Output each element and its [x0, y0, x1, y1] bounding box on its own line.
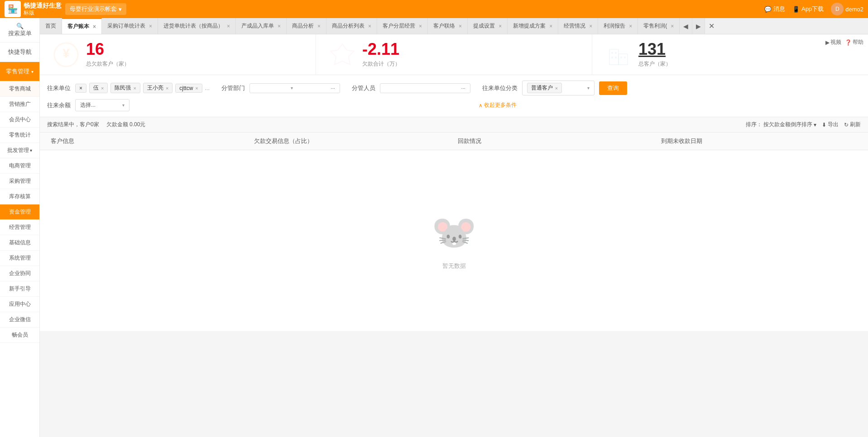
- collapse-btn[interactable]: ∧ 收起更多条件: [475, 100, 520, 111]
- app-download-item[interactable]: 📱 App下载: [792, 5, 824, 13]
- svg-marker-2: [331, 44, 354, 65]
- table-header: 客户信息 欠款交易信息（占比） 回款情况 到期未收款日期: [40, 133, 868, 150]
- tab-add-plan[interactable]: 新增提成方案 ×: [508, 18, 558, 34]
- export-label: 导出: [828, 121, 839, 128]
- tab-home[interactable]: 首页: [40, 18, 62, 34]
- sidebar-item-retail-stats[interactable]: 零售统计: [0, 128, 39, 143]
- tab-customer-segment[interactable]: 客户分层经营 ×: [377, 18, 428, 34]
- person-select[interactable]: ···: [380, 83, 470, 93]
- tab-next-btn[interactable]: ▶: [692, 18, 705, 34]
- tab-profit-report[interactable]: 利润报告 ×: [598, 18, 638, 34]
- close-icon[interactable]: ×: [419, 23, 422, 29]
- tab-retail-profit[interactable]: 零售利润( ×: [638, 18, 680, 34]
- tab-stock-stats[interactable]: 进货单统计表（按商品） ×: [158, 18, 236, 34]
- tab-cost-receipt[interactable]: 产成品入库单 ×: [236, 18, 287, 34]
- remove-icon[interactable]: ×: [195, 86, 198, 91]
- company-tag-wu[interactable]: 伍 ×: [89, 83, 108, 93]
- sidebar-item-finance[interactable]: 资金管理: [0, 204, 39, 220]
- company-tag-cjttcw[interactable]: cjttcw ×: [175, 84, 202, 93]
- tab-customer-contact[interactable]: 客户联络 ×: [428, 18, 468, 34]
- message-icon: 💬: [764, 6, 772, 13]
- dept-more-icon: ···: [331, 86, 335, 91]
- tab-label: 客户联络: [433, 22, 455, 30]
- close-icon[interactable]: ×: [629, 23, 632, 29]
- stat-label-total-customers: 总客户（家）: [638, 60, 854, 68]
- close-icon[interactable]: ×: [93, 24, 96, 30]
- refresh-icon: ↻: [844, 122, 849, 128]
- balance-placeholder: 选择...: [80, 101, 96, 109]
- more-tags-btn[interactable]: ...: [205, 85, 210, 91]
- tab-prev-btn[interactable]: ◀: [680, 18, 692, 34]
- remove-icon[interactable]: ×: [133, 86, 136, 91]
- remove-icon[interactable]: ×: [101, 86, 104, 91]
- balance-label: 往来余额: [47, 101, 71, 109]
- sidebar-item-inventory[interactable]: 库存核算: [0, 189, 39, 204]
- col-due-date: 到期未收款日期: [657, 137, 861, 145]
- category-tag-normal[interactable]: 普通客户 ×: [527, 83, 562, 93]
- sidebar-item-member[interactable]: 会员中心: [0, 112, 39, 128]
- balance-select[interactable]: 选择... ▾: [75, 99, 129, 111]
- sidebar-search[interactable]: 🔍 搜索菜单: [0, 18, 39, 43]
- sidebar-item-vip[interactable]: 畅会员: [0, 328, 39, 343]
- sidebar-item-ecommerce[interactable]: 电商管理: [0, 158, 39, 174]
- collapse-arrow-icon: ∧: [479, 102, 483, 109]
- tab-customer-account[interactable]: 客户账本 ×: [62, 18, 102, 34]
- svg-rect-7: [611, 57, 613, 58]
- dept-select[interactable]: ▾ ···: [249, 83, 340, 93]
- close-icon[interactable]: ×: [499, 23, 502, 29]
- sidebar-item-app-center[interactable]: 应用中心: [0, 297, 39, 312]
- sidebar-item-basic-info[interactable]: 基础信息: [0, 235, 39, 251]
- category-select[interactable]: 普通客户 × ▾: [522, 81, 595, 95]
- stat-label-debt-customers: 总欠款客户（家）: [86, 60, 302, 68]
- help-btn[interactable]: ❓ 帮助: [845, 38, 863, 46]
- tab-goods-analysis[interactable]: 商品分析 ×: [287, 18, 326, 34]
- video-btn[interactable]: ▶ 视频: [825, 38, 841, 46]
- stat-info-debt-customers: 16 总欠款客户（家）: [86, 41, 302, 68]
- close-icon[interactable]: ×: [227, 23, 230, 29]
- company-tag-wang[interactable]: 王小亮 ×: [143, 83, 173, 93]
- company-tag-chen[interactable]: 陈民强 ×: [110, 83, 140, 93]
- sidebar-item-operations[interactable]: 经营管理: [0, 220, 39, 235]
- sidebar-item-retail-mall[interactable]: 零售商城: [0, 81, 39, 97]
- sidebar-item-guide[interactable]: 新手引导: [0, 281, 39, 297]
- sidebar-item-batch-mgmt[interactable]: 批发管理 ▾: [0, 143, 39, 158]
- close-icon[interactable]: ×: [317, 23, 321, 29]
- close-icon[interactable]: ×: [549, 23, 552, 29]
- company-tag-all[interactable]: ×: [75, 84, 86, 93]
- store-arrow-icon: ▾: [119, 6, 122, 13]
- tab-label: 客户分层经营: [383, 22, 415, 30]
- user-item[interactable]: D demo2: [831, 3, 863, 15]
- sidebar-item-wechat[interactable]: 企业微信: [0, 312, 39, 328]
- tab-raise-settings[interactable]: 提成设置 ×: [468, 18, 508, 34]
- tab-close-all-btn[interactable]: ✕: [705, 18, 718, 34]
- export-button[interactable]: ⬇ 导出: [822, 121, 839, 128]
- close-icon[interactable]: ×: [459, 23, 462, 29]
- sort-button[interactable]: 排序： 按欠款金额倒序排序 ▾: [746, 121, 816, 128]
- tab-goods-analysis-list[interactable]: 商品分析列表 ×: [326, 18, 377, 34]
- svg-text:¥: ¥: [62, 46, 70, 60]
- store-name: 母婴行业演示帐套: [70, 5, 117, 13]
- sidebar-item-marketing[interactable]: 营销推广: [0, 97, 39, 112]
- refresh-button[interactable]: ↻ 刷新: [844, 121, 861, 128]
- tab-purchase-order[interactable]: 采购订单统计表 ×: [102, 18, 158, 34]
- close-icon[interactable]: ×: [149, 23, 152, 29]
- main-layout: 🔍 搜索菜单 快捷导航 零售管理 ▾ 零售商城 营销推广 会员中心 零售统计 批…: [0, 18, 868, 437]
- remove-icon[interactable]: ×: [166, 86, 168, 91]
- close-icon[interactable]: ×: [589, 23, 592, 29]
- close-icon[interactable]: ×: [671, 23, 674, 29]
- close-icon[interactable]: ×: [278, 23, 281, 29]
- remove-icon[interactable]: ×: [555, 86, 558, 91]
- sidebar-item-sys-mgmt[interactable]: 系统管理: [0, 251, 39, 266]
- store-selector[interactable]: 母婴行业演示帐套 ▾: [65, 3, 126, 15]
- sidebar-item-retail-mgmt[interactable]: 零售管理 ▾: [0, 62, 39, 81]
- close-icon[interactable]: ×: [368, 23, 371, 29]
- sidebar-item-quick-nav[interactable]: 快捷导航: [0, 43, 39, 62]
- batch-mgmt-label: 批发管理: [7, 147, 29, 154]
- tab-operations[interactable]: 经营情况 ×: [558, 18, 598, 34]
- person-label: 分管人员: [352, 84, 375, 92]
- message-item[interactable]: 💬 消息: [764, 5, 785, 13]
- sidebar-item-enterprise[interactable]: 企业协同: [0, 266, 39, 281]
- sidebar-item-purchase[interactable]: 采购管理: [0, 174, 39, 189]
- stat-icon-yuan: ¥: [53, 42, 79, 67]
- query-button[interactable]: 查询: [599, 81, 627, 95]
